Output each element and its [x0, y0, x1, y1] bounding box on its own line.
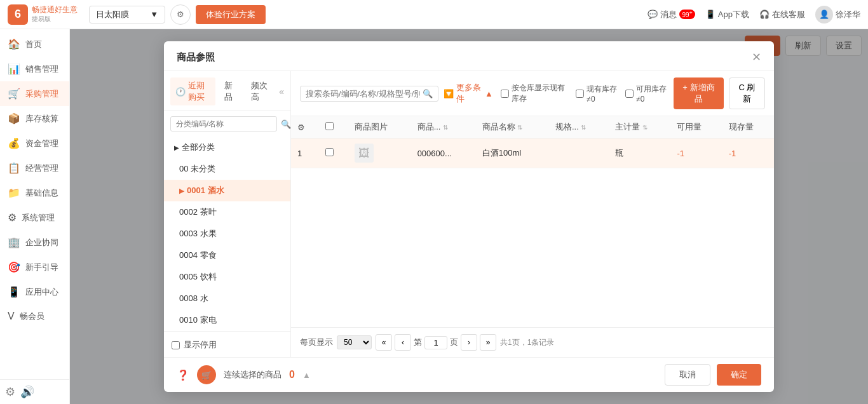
tab-recent-purchase[interactable]: 🕐 近期购买 [170, 77, 215, 105]
left-panel-tabs: 🕐 近期购买 新品 频次高 « [164, 77, 290, 111]
sidebar-item-apps[interactable]: 📱 应用中心 [0, 279, 69, 304]
td-stock: -1 [722, 138, 774, 168]
modal-close-button[interactable]: ✕ [752, 50, 761, 64]
product-search-bar: 🔍 🔽 更多条件 ▲ 按仓库显示现有库存 [291, 71, 774, 116]
usable-ne-check[interactable]: 可用库存≠0 [625, 84, 668, 104]
th-unit[interactable]: 主计量 ⇅ [609, 116, 670, 138]
user-menu[interactable]: 👤 徐泽华 [815, 6, 860, 24]
page-prev-button[interactable]: ‹ [395, 334, 411, 351]
store-selector[interactable]: 日太阳膜 ▼ [89, 6, 165, 24]
chevron-up-icon: ▲ [485, 89, 493, 98]
th-spec[interactable]: 规格... ⇅ [549, 116, 609, 138]
sidebar-item-system[interactable]: ⚙ 系统管理 [0, 205, 69, 230]
info-icon: 📁 [8, 187, 20, 199]
td-spec [549, 138, 609, 168]
th-name[interactable]: 商品名称 ⇅ [476, 116, 549, 138]
sidebar-settings-icon[interactable]: ⚙ [5, 385, 15, 399]
add-product-button[interactable]: + 新增商品 [674, 77, 724, 109]
search-input-wrap: 🔍 [300, 86, 438, 102]
sidebar-item-purchase[interactable]: 🛒 采购管理 [0, 81, 69, 106]
sidebar: 🏠 首页 📊 销售管理 🛒 采购管理 📦 库存核算 💰 资金管理 📋 经营管理 … [0, 29, 70, 404]
cat-item-uncategorized[interactable]: 00 未分类 [164, 158, 290, 180]
mobile-icon: 📱 [705, 10, 715, 19]
search-magnifier-icon[interactable]: 🔍 [423, 89, 433, 98]
active-arrow-icon: ▶ [179, 187, 184, 194]
logo-area: 6 畅捷通好生意 捷易版 [8, 4, 84, 25]
cat-item-tea[interactable]: 0002 茶叶 [164, 201, 290, 223]
tab-high-frequency[interactable]: 频次高 [246, 77, 275, 105]
avatar: 👤 [815, 6, 833, 24]
warehouse-checkbox[interactable] [501, 90, 509, 98]
filter-btn[interactable]: 🔽 更多条件 ▲ [444, 82, 493, 105]
sidebar-item-finance[interactable]: 💰 资金管理 [0, 131, 69, 156]
per-page-selector: 每页显示 50 20 100 [300, 335, 372, 349]
show-disabled-checkbox[interactable] [172, 341, 180, 349]
cat-item-drinks[interactable]: 0005 饮料 [164, 266, 290, 288]
top-navigation: 6 畅捷通好生意 捷易版 日太阳膜 ▼ ⚙ 体验行业方案 💬 消息 99+ 📱 … [0, 0, 868, 29]
sidebar-item-member[interactable]: V 畅会员 [0, 304, 69, 328]
sidebar-item-business[interactable]: 📋 经营管理 [0, 156, 69, 180]
enterprise-icon: 🏢 [8, 236, 20, 248]
message-icon: 💬 [648, 10, 658, 19]
th-available: 可用量 [670, 116, 722, 138]
sidebar-item-sales[interactable]: 📊 销售管理 [0, 57, 69, 81]
sidebar-item-guide[interactable]: 🎯 新手引导 [0, 255, 69, 279]
category-search-input[interactable] [170, 116, 277, 131]
chevron-down-icon: ▼ [150, 10, 158, 19]
collapse-footer-button[interactable]: ▲ [302, 370, 311, 380]
table-row[interactable]: 1 🖼 000600... 白酒100ml 瓶 [291, 138, 774, 168]
search-icon[interactable]: 🔍 [281, 119, 291, 129]
cat-item-all[interactable]: ▶ 全部分类 [164, 137, 290, 158]
available-ne-checkbox[interactable] [576, 90, 584, 98]
cart-button[interactable]: 🛒 [197, 365, 216, 384]
confirm-button[interactable]: 确定 [717, 364, 761, 386]
row-checkbox[interactable] [325, 148, 334, 156]
left-panel: 🕐 近期购买 新品 频次高 « [164, 71, 291, 357]
settings-button[interactable]: ⚙ [170, 4, 191, 25]
warehouse-filter-check[interactable]: 按仓库显示现有库存 [501, 83, 569, 104]
sidebar-volume-icon[interactable]: 🔊 [20, 385, 34, 399]
th-image: 商品图片 [348, 116, 411, 138]
headset-icon: 🎧 [759, 10, 770, 19]
online-service-nav[interactable]: 🎧 在线客服 [759, 9, 805, 20]
td-available: -1 [670, 138, 722, 168]
sales-icon: 📊 [8, 63, 20, 75]
pagination: 每页显示 50 20 100 « ‹ 第 [291, 327, 774, 357]
cancel-button[interactable]: 取消 [665, 364, 710, 386]
trial-button[interactable]: 体验行业方案 [196, 5, 266, 24]
page-next-button[interactable]: › [461, 334, 477, 351]
cat-item-snacks[interactable]: 0004 零食 [164, 245, 290, 266]
per-page-select[interactable]: 50 20 100 [337, 335, 372, 349]
content-area: 查询 刷新 设置 商品参照 ✕ 🕐 [70, 29, 868, 404]
tab-new-products[interactable]: 新品 [219, 77, 242, 105]
page-last-button[interactable]: » [480, 334, 496, 351]
cat-item-fruit[interactable]: 0003 水果 [164, 223, 290, 245]
help-icon[interactable]: ❓ [177, 369, 189, 381]
page-navigation: « ‹ 第 页 › » [376, 334, 496, 351]
page-number-input[interactable] [424, 336, 447, 349]
cat-item-water[interactable]: 0008 水 [164, 288, 290, 309]
footer-actions: 取消 确定 [665, 364, 761, 386]
th-code[interactable]: 商品... ⇅ [411, 116, 476, 138]
search-actions: + 新增商品 C 刷新 [674, 77, 765, 109]
arrow-icon: ▶ [174, 144, 179, 151]
available-ne-check[interactable]: 现有库存≠0 [576, 84, 619, 104]
sidebar-item-home[interactable]: 🏠 首页 [0, 32, 69, 57]
modal-body: 🕐 近期购买 新品 频次高 « [164, 71, 774, 357]
app-download-nav[interactable]: 📱 App下载 [705, 9, 749, 20]
modal-title: 商品参照 [177, 51, 215, 64]
cat-item-appliances[interactable]: 0010 家电 [164, 309, 290, 331]
sidebar-item-inventory[interactable]: 📦 库存核算 [0, 106, 69, 131]
sidebar-item-enterprise[interactable]: 🏢 企业协同 [0, 230, 69, 255]
product-search-input[interactable] [306, 89, 420, 98]
select-all-checkbox[interactable] [325, 122, 334, 130]
guide-icon: 🎯 [8, 261, 20, 273]
cat-item-liquor[interactable]: ▶ 0001 酒水 [164, 180, 290, 201]
sidebar-item-basic-info[interactable]: 📁 基础信息 [0, 180, 69, 205]
usable-ne-checkbox[interactable] [625, 90, 634, 98]
page-first-button[interactable]: « [376, 334, 392, 351]
table-refresh-button[interactable]: C 刷新 [729, 77, 765, 109]
messages-nav[interactable]: 💬 消息 99+ [648, 9, 695, 20]
collapse-left-panel-button[interactable]: « [279, 86, 284, 97]
business-icon: 📋 [8, 162, 20, 174]
